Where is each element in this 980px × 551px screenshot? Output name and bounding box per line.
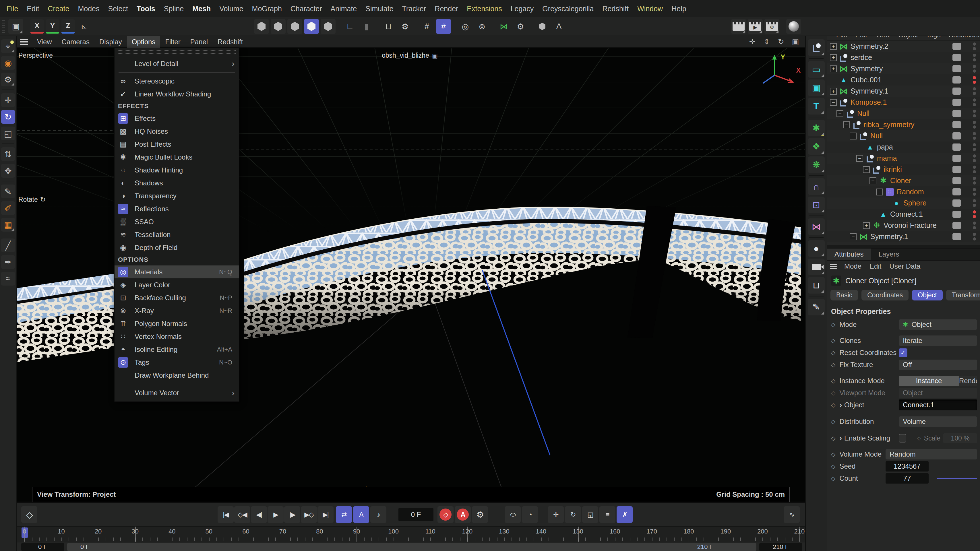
options-menu-item[interactable]: ⊗ X-Ray N~R	[115, 304, 239, 317]
add-spline-icon[interactable]: ▭	[808, 61, 825, 78]
mesh-fragment-left[interactable]	[17, 274, 114, 362]
record-parameter-toggle[interactable]: ≡	[599, 506, 616, 523]
layer-color-box[interactable]	[953, 233, 961, 240]
add-cube-icon[interactable]: ▣	[808, 79, 825, 96]
add-null-icon[interactable]	[808, 39, 825, 56]
object-name[interactable]: serdce	[851, 53, 872, 62]
layer-color-box[interactable]	[953, 110, 961, 117]
options-menu-item[interactable]: ▒ SSAO	[115, 215, 239, 228]
add-light-icon[interactable]: ●	[808, 240, 825, 257]
record-scale-toggle[interactable]: ◱	[582, 506, 598, 523]
options-menu-item[interactable]: ⊙ Tags N~O	[115, 356, 239, 369]
layer-color-box[interactable]	[953, 99, 961, 106]
visibility-dots[interactable]	[973, 54, 976, 62]
add-camera-icon[interactable]	[808, 259, 825, 275]
object-name[interactable]: Connect.1	[890, 210, 923, 218]
camera-label[interactable]: obsh_vid_blizhe ▣	[382, 52, 438, 59]
attributes-menu-item[interactable]: Edit	[865, 262, 885, 270]
options-menu-item[interactable]: ◑ Transparency	[115, 189, 239, 202]
menubar-item[interactable]: Render	[430, 0, 463, 17]
menubar-item[interactable]: Edit	[22, 0, 43, 17]
menubar-item[interactable]: Simulate	[361, 0, 398, 17]
tree-row[interactable]: ⋈▲✱∷●❉ Symmetry	[827, 63, 980, 74]
timeline-graph-button[interactable]: ∿	[784, 506, 800, 523]
view-label[interactable]: Perspective	[18, 52, 53, 59]
visibility-dots[interactable]	[973, 121, 976, 129]
visibility-dots[interactable]	[973, 177, 976, 184]
render-settings-button[interactable]: ⚙	[764, 19, 780, 34]
add-deformer-icon[interactable]: ∩	[808, 178, 825, 195]
sculpt-pen-tool[interactable]: ✒	[1, 255, 15, 269]
undo-history-icon[interactable]: ▣	[8, 19, 23, 34]
record-rotation-toggle[interactable]: ↻	[565, 506, 581, 523]
object-name[interactable]: Null	[857, 110, 870, 118]
material-manager-icon[interactable]	[786, 19, 801, 34]
mode-edges-icon[interactable]	[271, 19, 286, 34]
expander-icon[interactable]	[830, 99, 837, 106]
layer-color-box[interactable]	[953, 188, 961, 195]
attribute-tab[interactable]: Coordinates	[861, 290, 908, 300]
clones-dropdown[interactable]: Iterate	[899, 335, 977, 346]
live-selection-tool[interactable]: ⌖	[1, 39, 15, 53]
expander-icon[interactable]	[850, 133, 857, 140]
hex-auto-icon[interactable]: A	[551, 19, 566, 34]
visibility-dots[interactable]	[973, 210, 976, 218]
add-environment-icon[interactable]: ⊡	[808, 197, 825, 213]
attributes-hamburger-icon[interactable]	[830, 264, 837, 268]
object-name[interactable]: ikrinki	[883, 165, 902, 174]
tree-row[interactable]: ⋈▲✱∷●❉ ribka_symmetry	[827, 119, 980, 130]
object-name[interactable]: Null	[870, 132, 883, 140]
seed-input[interactable]: 1234567	[886, 461, 929, 472]
menubar-item[interactable]: File	[2, 0, 22, 17]
object-name[interactable]: papa	[877, 143, 893, 151]
visibility-dots[interactable]	[973, 143, 976, 151]
options-menu-item[interactable]	[115, 382, 239, 386]
options-menu-item[interactable]: Level of Detail ›	[115, 57, 239, 70]
playback-button[interactable]: |◀	[218, 506, 234, 523]
simulation-play-tool[interactable]: ◉	[1, 56, 15, 70]
layer-color-box[interactable]	[953, 200, 961, 206]
primitive-cube-tool[interactable]: ▦	[1, 218, 15, 232]
tool-settings-icon[interactable]: ⚙	[1, 73, 15, 86]
tree-row[interactable]: ⋈▲✱∷●❉ Voronoi Fracture	[827, 220, 980, 231]
menubar-item[interactable]: Volume	[215, 0, 247, 17]
add-text-icon[interactable]: T	[808, 98, 825, 114]
options-menu-item[interactable]: ∷ Vertex Normals	[115, 330, 239, 343]
attribute-tab[interactable]: Basic	[830, 290, 858, 300]
current-frame-field[interactable]: 0 F	[398, 508, 433, 521]
workplane-icon[interactable]: ∟	[342, 19, 357, 34]
options-menu-item[interactable]: ◉ Depth of Field	[115, 241, 239, 254]
tree-row[interactable]: ⋈▲✱∷●❉ Symmetry.1	[827, 231, 980, 242]
expand-arrow-icon[interactable]: ›	[839, 401, 842, 409]
axis-modify-tool[interactable]: ✥	[1, 164, 15, 178]
axis-lock-x-button[interactable]: X	[30, 19, 44, 33]
options-menu-item[interactable]: ≋ Tessellation	[115, 228, 239, 241]
move-tool[interactable]: ✛	[1, 93, 15, 107]
range-start-field[interactable]: 0 F	[21, 543, 64, 551]
symmetry-settings-icon[interactable]: ⚙	[513, 19, 528, 34]
playback-button[interactable]: ▶	[267, 506, 283, 523]
reset-coordinates-checkbox[interactable]	[899, 348, 907, 357]
tree-row[interactable]: ⋈▲✱∷●❉ Kompose.1	[827, 97, 980, 108]
expander-icon[interactable]	[856, 155, 863, 162]
mode-texture-icon[interactable]	[321, 19, 336, 34]
object-name[interactable]: Symmetry.1	[870, 232, 908, 241]
viewport-menu-item[interactable]: Redshift	[213, 36, 248, 48]
expander-icon[interactable]	[863, 166, 870, 173]
options-menu-item[interactable]: ⊞ Effects	[115, 112, 239, 125]
render-view-button[interactable]	[731, 19, 746, 34]
layer-color-box[interactable]	[953, 76, 961, 84]
range-end-field[interactable]: 210 F	[759, 543, 802, 551]
tree-row[interactable]: ⋈▲✱∷●❉ Cube.001	[827, 74, 980, 86]
snap-settings-icon[interactable]: ⚙	[398, 19, 412, 34]
toggle-view-icon[interactable]: ▣	[790, 37, 801, 46]
symmetry-toggle-icon[interactable]: ⋈	[496, 19, 511, 34]
expander-icon[interactable]	[830, 65, 837, 72]
render-to-picture-viewer-button[interactable]: ▶	[748, 19, 763, 34]
visibility-dots[interactable]	[973, 165, 976, 173]
menubar-item[interactable]: Modes	[73, 0, 103, 17]
mode-polygons-icon[interactable]	[287, 19, 302, 34]
zoom-view-icon[interactable]: ⇕	[761, 37, 772, 46]
layer-color-box[interactable]	[953, 166, 961, 173]
snap-magnet-icon[interactable]: ⊔	[381, 19, 396, 34]
